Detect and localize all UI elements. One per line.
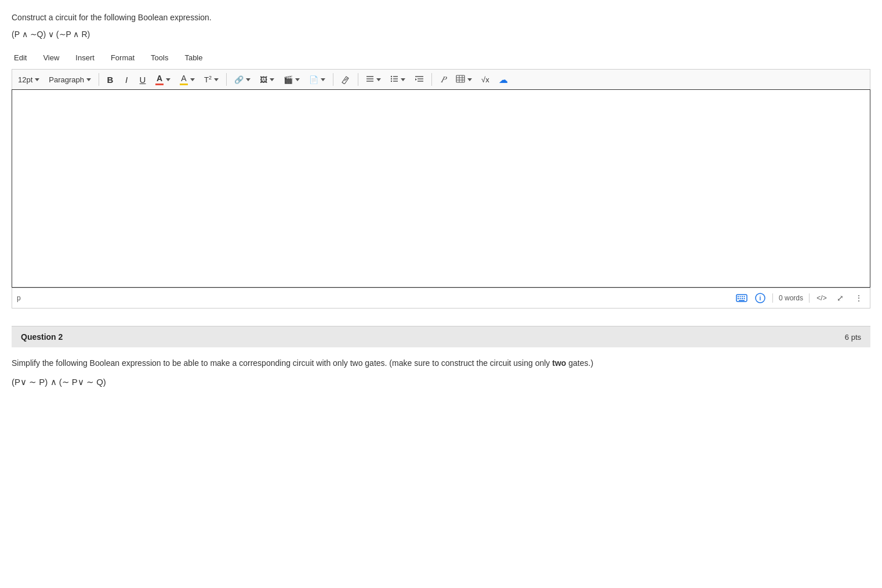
image-icon: 🖼 — [260, 75, 267, 84]
keyboard-icon[interactable] — [735, 292, 748, 304]
superscript-dropdown[interactable]: T2 — [201, 72, 222, 87]
underline-button[interactable]: U — [136, 72, 150, 87]
separator-4 — [358, 73, 358, 86]
italic-button[interactable]: I — [119, 72, 133, 87]
status-bar: p — [12, 288, 870, 308]
element-tag: p — [17, 294, 21, 302]
media-dropdown[interactable]: 🎬 — [280, 72, 303, 87]
svg-point-8 — [391, 80, 392, 81]
menu-edit[interactable]: Edit — [12, 52, 29, 63]
font-size-chevron — [35, 78, 39, 81]
svg-rect-28 — [739, 300, 745, 302]
question2-title: Question 2 — [21, 332, 63, 342]
menu-view[interactable]: View — [41, 52, 61, 63]
question2-bold: two — [552, 358, 566, 368]
link-icon: 🔗 — [234, 75, 244, 84]
question2-pts: 6 pts — [845, 333, 861, 342]
eraser-icon — [341, 75, 350, 84]
bold-button[interactable]: B — [103, 72, 117, 87]
code-view-button[interactable]: </> — [815, 292, 828, 304]
status-right-group: i 0 words </> ⤢ ⋮ — [735, 292, 865, 304]
expand-button[interactable]: ⤢ — [834, 292, 847, 304]
word-count: 0 words — [779, 294, 803, 302]
paragraph-chevron — [86, 78, 91, 81]
question2-body: Simplify the following Boolean expressio… — [12, 347, 870, 395]
italic2-button[interactable]: 𝑃 — [436, 72, 450, 87]
question2-header: Question 2 6 pts — [12, 326, 870, 347]
svg-rect-23 — [743, 296, 745, 297]
indent-button[interactable] — [411, 72, 427, 87]
table-chevron — [467, 78, 472, 81]
menu-table[interactable]: Table — [182, 52, 205, 63]
font-size-value: 12pt — [18, 75, 32, 84]
question2-text: Simplify the following Boolean expressio… — [12, 358, 552, 368]
menu-insert[interactable]: Insert — [73, 52, 97, 63]
paragraph-dropdown[interactable]: Paragraph — [45, 72, 95, 87]
highlight-chevron — [190, 78, 195, 81]
image-chevron — [270, 78, 274, 81]
font-color-dropdown[interactable]: A — [152, 72, 174, 87]
svg-rect-24 — [738, 298, 739, 299]
link-chevron — [246, 78, 251, 81]
svg-rect-27 — [743, 298, 745, 299]
svg-point-4 — [391, 75, 392, 77]
svg-rect-21 — [739, 296, 741, 297]
question1-expression: (P ∧ ∼Q) ∨ (∼P ∧ R) — [12, 28, 870, 41]
question1-instruction: Construct a circuit for the following Bo… — [12, 12, 870, 24]
media-chevron — [295, 78, 300, 81]
image-dropdown[interactable]: 🖼 — [256, 72, 278, 87]
more-options-button[interactable]: ⋮ — [852, 292, 865, 304]
list-icon — [390, 75, 398, 85]
status-sep-1 — [772, 293, 773, 303]
cloud-button[interactable]: ☁ — [495, 72, 511, 87]
separator-5 — [431, 73, 432, 86]
separator-1 — [99, 73, 99, 86]
align-icon — [366, 75, 374, 85]
font-color-chevron — [166, 78, 170, 81]
list-chevron — [401, 78, 405, 81]
svg-rect-20 — [738, 296, 739, 297]
link-dropdown[interactable]: 🔗 — [231, 72, 254, 87]
list-dropdown[interactable] — [387, 72, 409, 87]
table-dropdown[interactable] — [452, 72, 476, 87]
sqrt-button[interactable]: √x — [478, 72, 493, 87]
file-icon: 📄 — [309, 75, 318, 84]
svg-rect-25 — [739, 298, 741, 299]
svg-marker-13 — [415, 78, 417, 81]
info-icon[interactable]: i — [754, 292, 767, 304]
file-dropdown[interactable]: 📄 — [306, 72, 329, 87]
status-sep-2 — [809, 293, 810, 303]
editor-area[interactable] — [12, 90, 870, 287]
question2-text-end: gates.) — [566, 358, 593, 368]
question2-expression: (P∨ ∼ P) ∧ (∼ P∨ ∼ Q) — [12, 375, 870, 389]
superscript-label: T2 — [204, 75, 212, 84]
separator-3 — [333, 73, 333, 86]
svg-rect-14 — [456, 75, 464, 82]
superscript-chevron — [214, 78, 219, 81]
svg-rect-22 — [742, 296, 743, 297]
file-chevron — [321, 78, 325, 81]
align-chevron — [376, 78, 381, 81]
editor-wrapper — [12, 89, 870, 288]
clear-formatting-button[interactable] — [337, 72, 354, 87]
svg-text:i: i — [760, 295, 761, 302]
table-icon — [456, 75, 465, 85]
align-dropdown[interactable] — [362, 72, 384, 87]
media-icon: 🎬 — [284, 75, 293, 84]
svg-rect-26 — [742, 298, 743, 299]
menu-tools[interactable]: Tools — [148, 52, 170, 63]
font-color-icon: A — [155, 74, 164, 85]
font-size-dropdown[interactable]: 12pt — [14, 72, 43, 87]
indent-icon — [415, 75, 424, 84]
highlight-dropdown[interactable]: A — [176, 72, 198, 87]
menu-format[interactable]: Format — [108, 52, 137, 63]
paragraph-label: Paragraph — [49, 75, 84, 84]
highlight-icon: A — [180, 74, 188, 85]
editor-toolbar: 12pt Paragraph B I U A A — [12, 69, 870, 89]
menu-bar: Edit View Insert Format Tools Table — [12, 50, 870, 66]
svg-point-6 — [391, 78, 392, 79]
separator-2 — [226, 73, 227, 86]
